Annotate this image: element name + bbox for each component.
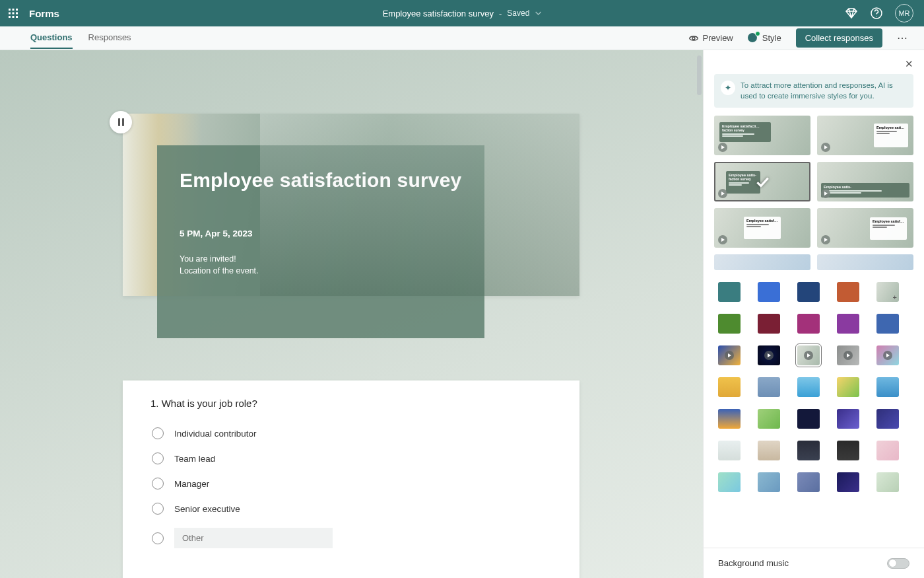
theme-swatch[interactable] xyxy=(758,314,780,334)
scrollbar[interactable] xyxy=(697,55,702,95)
theme-swatch[interactable] xyxy=(837,314,859,334)
play-icon xyxy=(725,351,734,360)
svg-rect-2 xyxy=(16,9,18,11)
theme-swatch[interactable] xyxy=(876,314,899,334)
ai-theme-row-partial xyxy=(704,254,924,275)
theme-swatch[interactable] xyxy=(718,345,741,365)
radio-icon[interactable] xyxy=(152,427,164,439)
svg-point-10 xyxy=(876,16,876,17)
preview-button[interactable]: Preview xyxy=(688,33,733,44)
color-swatch-grid xyxy=(704,275,924,501)
style-button[interactable]: Style xyxy=(748,33,781,44)
background-music-toggle[interactable] xyxy=(887,558,909,569)
other-input[interactable] xyxy=(174,528,333,548)
form-title[interactable]: Employee satisfaction survey xyxy=(180,169,462,192)
theme-card[interactable]: Employee satis-faction survey xyxy=(714,162,810,201)
pause-icon[interactable] xyxy=(110,111,132,133)
radio-icon[interactable] xyxy=(152,532,164,544)
theme-swatch[interactable] xyxy=(758,441,780,460)
svg-rect-7 xyxy=(13,16,15,18)
play-icon xyxy=(718,143,727,152)
theme-swatch[interactable] xyxy=(718,377,741,397)
question-1-title[interactable]: 1. What is your job role? xyxy=(150,398,552,409)
play-icon xyxy=(883,351,892,360)
theme-swatch[interactable] xyxy=(797,472,820,492)
option-row[interactable]: Team lead xyxy=(150,446,552,471)
custom-theme-swatch[interactable] xyxy=(876,282,899,302)
play-icon xyxy=(804,351,813,360)
theme-card[interactable]: Employee satisfaction survey xyxy=(714,208,810,248)
command-bar: Questions Responses Preview Style Collec… xyxy=(0,26,924,50)
theme-card[interactable] xyxy=(714,254,810,270)
option-row[interactable]: Manager xyxy=(150,471,552,496)
theme-swatch[interactable] xyxy=(837,441,859,460)
theme-swatch[interactable] xyxy=(876,441,899,460)
play-icon xyxy=(821,189,830,198)
background-music-label: Background music xyxy=(718,558,789,568)
question-1: 1. What is your job role? Individual con… xyxy=(150,398,552,555)
help-icon[interactable] xyxy=(870,7,883,20)
style-panel: ✕ ✦ To attract more attention and respon… xyxy=(703,50,924,578)
more-icon[interactable]: ⋯ xyxy=(897,32,908,44)
tab-questions[interactable]: Questions xyxy=(30,27,73,49)
theme-swatch[interactable] xyxy=(797,282,820,302)
option-row[interactable]: Individual contributor xyxy=(150,421,552,446)
theme-card[interactable]: Employee satisfaction survey xyxy=(817,116,913,155)
form-description[interactable]: You are invited! Location of the event. xyxy=(180,253,462,277)
radio-icon[interactable] xyxy=(152,503,164,515)
separator: - xyxy=(499,9,502,18)
radio-icon[interactable] xyxy=(152,452,164,464)
form-subtitle-date[interactable]: 5 PM, Apr 5, 2023 xyxy=(180,229,462,238)
save-status: Saved xyxy=(507,9,529,18)
theme-swatch[interactable] xyxy=(758,345,780,365)
theme-swatch[interactable] xyxy=(758,409,780,429)
hero-text-panel: Employee satisfaction survey 5 PM, Apr 5… xyxy=(157,145,484,338)
user-avatar[interactable]: MR xyxy=(895,4,913,22)
preview-label: Preview xyxy=(703,33,733,43)
theme-swatch[interactable] xyxy=(876,409,899,429)
theme-swatch[interactable] xyxy=(797,377,820,397)
theme-swatch[interactable] xyxy=(876,345,899,365)
theme-swatch[interactable] xyxy=(718,441,741,460)
questions-card[interactable]: 1. What is your job role? Individual con… xyxy=(123,380,579,578)
document-title: Employee satisfaction survey xyxy=(383,9,494,18)
tab-responses[interactable]: Responses xyxy=(88,27,131,49)
collect-responses-button[interactable]: Collect responses xyxy=(796,28,882,48)
theme-swatch[interactable] xyxy=(718,409,741,429)
premium-icon[interactable] xyxy=(845,7,858,20)
play-icon xyxy=(821,235,830,244)
close-icon[interactable]: ✕ xyxy=(905,58,913,70)
theme-swatch[interactable] xyxy=(797,345,820,365)
theme-swatch[interactable] xyxy=(758,472,780,492)
form-header-card[interactable]: Employee satisfaction survey 5 PM, Apr 5… xyxy=(123,114,579,296)
theme-swatch[interactable] xyxy=(876,472,899,492)
theme-swatch[interactable] xyxy=(837,282,859,302)
theme-swatch[interactable] xyxy=(837,409,859,429)
theme-card[interactable]: Employee satis- xyxy=(817,162,913,201)
theme-swatch[interactable] xyxy=(797,314,820,334)
style-label: Style xyxy=(762,33,781,43)
theme-card[interactable]: Employee satisfaction ...faction survey xyxy=(714,116,810,155)
theme-swatch[interactable] xyxy=(797,441,820,460)
document-title-group[interactable]: Employee satisfaction survey - Saved xyxy=(383,9,542,18)
theme-card[interactable]: Employee satisfaction survey xyxy=(817,208,913,248)
svg-rect-3 xyxy=(9,13,11,15)
theme-swatch[interactable] xyxy=(876,377,899,397)
hero-image: Employee satisfaction survey 5 PM, Apr 5… xyxy=(123,114,579,296)
theme-swatch[interactable] xyxy=(718,282,741,302)
radio-icon[interactable] xyxy=(152,478,164,489)
theme-swatch[interactable] xyxy=(718,314,741,334)
theme-swatch[interactable] xyxy=(837,472,859,492)
theme-swatch[interactable] xyxy=(718,472,741,492)
theme-swatch[interactable] xyxy=(837,345,859,365)
theme-swatch[interactable] xyxy=(837,377,859,397)
option-label: Individual contributor xyxy=(174,429,257,439)
app-launcher-icon[interactable] xyxy=(0,0,26,26)
theme-card[interactable] xyxy=(817,254,913,270)
theme-swatch[interactable] xyxy=(797,409,820,429)
ai-theme-grid: Employee satisfaction ...faction surveyE… xyxy=(704,116,924,254)
option-row[interactable]: Senior executive xyxy=(150,496,552,521)
option-other-row[interactable] xyxy=(150,521,552,555)
theme-swatch[interactable] xyxy=(758,282,780,302)
theme-swatch[interactable] xyxy=(758,377,780,397)
